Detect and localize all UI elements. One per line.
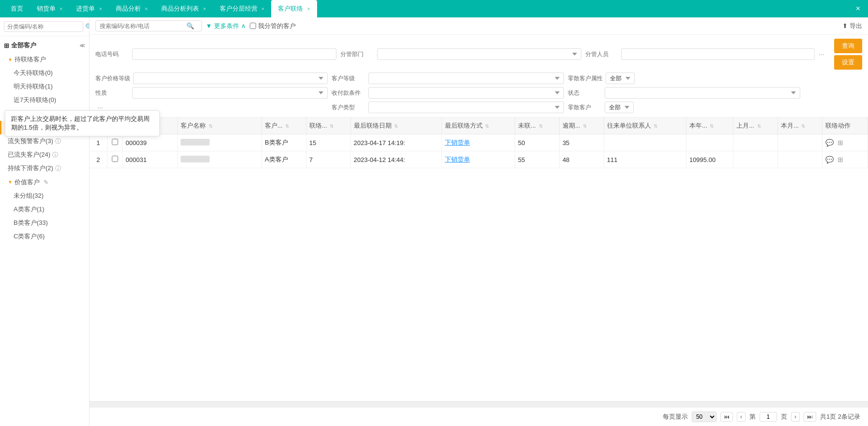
- sidebar-item-declining[interactable]: 持续下滑客户(2) ⓘ: [0, 162, 89, 175]
- sidebar-item-churned[interactable]: 已流失客户(24) ⓘ: [0, 148, 89, 162]
- filter-person-input[interactable]: [621, 48, 815, 60]
- th-level[interactable]: 客户... ⇅: [261, 118, 306, 134]
- window-close-button[interactable]: ×: [852, 4, 864, 13]
- th-contact-count[interactable]: 联络... ⇅: [306, 118, 350, 134]
- search-icon[interactable]: 🔍: [186, 22, 194, 29]
- table-body: 1 000039 B类客户 15 2023-04-17 14:19: 下销货单 …: [90, 134, 868, 168]
- horizontal-scrollbar[interactable]: [90, 401, 868, 407]
- query-button[interactable]: 查询: [834, 39, 862, 53]
- filter-cell-cust-level: 客户等级: [332, 73, 564, 84]
- sidebar-value-a-label: A类客户(1): [14, 206, 45, 213]
- sidebar-value-a[interactable]: A类客户(1): [0, 203, 89, 216]
- tab-purchase-close[interactable]: ×: [99, 6, 102, 12]
- filter-payment-select[interactable]: [368, 87, 564, 99]
- export-button[interactable]: ⬆ 导出: [842, 22, 862, 30]
- more-conditions-label: 更多条件: [214, 22, 239, 30]
- table-scroll[interactable]: ⚙ 客户编码 ⇅ 客户名称 ⇅: [90, 118, 868, 401]
- tab-analysis-list-label: 商品分析列表: [161, 4, 199, 13]
- th-this-month-sort: ⇅: [801, 123, 805, 129]
- filter-cust-type-select[interactable]: [368, 102, 564, 113]
- th-this-year[interactable]: 本年... ⇅: [686, 118, 733, 134]
- last-contact-link[interactable]: 下销货单: [445, 156, 470, 163]
- sidebar-tree: ⊞ 全部客户 ≪ ▼ 待联络客户 今天待联络(0) 明天待联络(1) 近7天待联…: [0, 36, 89, 426]
- tab-purchase[interactable]: 进货单 ×: [69, 0, 108, 17]
- search-input[interactable]: [100, 23, 184, 29]
- advanced-filter: 电话号码 分管部门 分管人员 ··· 查询 设置: [90, 35, 868, 118]
- filter-status-select[interactable]: [605, 87, 800, 99]
- my-customers-label: 我分管的客户: [258, 22, 296, 30]
- tab-customer-contact[interactable]: 客户联络 ×: [271, 0, 317, 17]
- sidebar-item-today[interactable]: 今天待联络(0): [0, 66, 89, 80]
- th-last-type[interactable]: 最后联络方式 ⇅: [442, 118, 515, 134]
- row-last-type[interactable]: 下销货单: [442, 151, 515, 168]
- row-checkbox[interactable]: [112, 156, 118, 162]
- action-grid-icon[interactable]: ⊞: [838, 139, 843, 147]
- page-number-input[interactable]: [760, 412, 777, 422]
- tab-analysis-list[interactable]: 商品分析列表 ×: [154, 0, 213, 17]
- th-uncontacted-sort: ⇅: [539, 123, 543, 129]
- th-last-month[interactable]: 上月... ⇅: [733, 118, 778, 134]
- row-last-type[interactable]: 下销货单: [442, 134, 515, 151]
- action-grid-icon[interactable]: ⊞: [838, 156, 843, 163]
- row-checkbox[interactable]: [112, 139, 118, 145]
- sidebar-group-waiting[interactable]: ▼ 待联络客户: [0, 53, 89, 66]
- sidebar-value-c[interactable]: C类客户(6): [0, 230, 89, 243]
- tab-customer-segment[interactable]: 客户分层经营 ×: [213, 0, 271, 17]
- tab-analysis[interactable]: 商品分析 ×: [109, 0, 154, 17]
- row-contact-count: 7: [306, 151, 350, 168]
- th-uncontacted[interactable]: 未联... ⇅: [515, 118, 560, 134]
- action-chat-icon[interactable]: 💬: [825, 156, 834, 163]
- tab-sales-close[interactable]: ×: [60, 6, 62, 12]
- sidebar-value-b[interactable]: B类客户(33): [0, 216, 89, 230]
- sidebar-value-ungroup[interactable]: 未分组(32): [0, 189, 89, 203]
- filter-price-level-label: 客户价格等级: [95, 74, 130, 83]
- th-this-month[interactable]: 本月... ⇅: [778, 118, 822, 134]
- edit-icon-value-group[interactable]: ✎: [44, 179, 48, 186]
- first-page-button[interactable]: ⏮: [720, 412, 733, 422]
- sidebar-search-input[interactable]: [4, 21, 83, 32]
- prev-page-button[interactable]: ‹: [737, 412, 746, 422]
- filter-retail-attr-select[interactable]: 全部: [606, 73, 635, 84]
- tab-analysis-close[interactable]: ×: [145, 6, 148, 12]
- action-chat-icon[interactable]: 💬: [825, 139, 834, 147]
- row-last-date: 2023-04-12 14:44:: [350, 151, 442, 168]
- th-name[interactable]: 客户名称 ⇅: [178, 118, 262, 134]
- sidebar-value-group[interactable]: ▼ 价值客户 ✎: [0, 176, 89, 189]
- th-this-month-label: 本月...: [781, 122, 799, 129]
- my-customers-checkbox[interactable]: [250, 23, 256, 29]
- tab-home[interactable]: 首页: [4, 0, 30, 17]
- filter-cust-level-select[interactable]: [368, 73, 564, 84]
- per-page-select[interactable]: 50 20 100 200: [692, 411, 716, 422]
- last-page-button[interactable]: ⏭: [804, 412, 816, 422]
- tab-sales[interactable]: 销货单 ×: [30, 0, 69, 17]
- person-dots-btn[interactable]: ···: [817, 50, 826, 58]
- tab-customer-contact-close[interactable]: ×: [307, 6, 310, 12]
- sidebar-item-tomorrow[interactable]: 明天待联络(1): [0, 80, 89, 93]
- th-name-sort: ⇅: [209, 123, 213, 129]
- more-conditions-btn[interactable]: ▼ 更多条件 ∧: [206, 22, 246, 30]
- th-contacts-person[interactable]: 往来单位联系人 ⇅: [604, 118, 686, 134]
- th-last-date[interactable]: 最后联络日期 ⇅: [350, 118, 442, 134]
- row-name: [178, 151, 262, 168]
- tab-analysis-list-close[interactable]: ×: [203, 6, 206, 12]
- last-contact-link[interactable]: 下销货单: [445, 139, 470, 146]
- filter-retail-select[interactable]: 全部: [605, 102, 634, 113]
- tab-customer-segment-close[interactable]: ×: [261, 6, 264, 12]
- sidebar-search-icon[interactable]: 🔍: [85, 23, 90, 30]
- sidebar-item-churn-warning[interactable]: 流失预警客户(3) ⓘ: [0, 134, 89, 148]
- settings-button[interactable]: 设置: [834, 55, 862, 70]
- info-icon-declining: ⓘ: [55, 164, 61, 173]
- filter-nature-select[interactable]: [132, 87, 328, 99]
- sidebar-item-7days[interactable]: 近7天待联络(0): [0, 93, 89, 107]
- filter-dept-select[interactable]: [377, 48, 581, 60]
- sidebar-tree-header: ⊞ 全部客户 ≪: [0, 38, 89, 53]
- filter-price-level-select[interactable]: [133, 73, 328, 84]
- table-row: 2 000031 A类客户 7 2023-04-12 14:44: 下销货单 5…: [90, 151, 868, 168]
- sidebar-collapse-btn[interactable]: ≪: [79, 43, 85, 49]
- next-page-button[interactable]: ›: [791, 412, 800, 422]
- info-icon-churn-warning: ⓘ: [55, 137, 61, 146]
- tab-analysis-label: 商品分析: [116, 4, 141, 13]
- filter-phone-input[interactable]: [132, 48, 336, 60]
- th-contacts-person-sort: ⇅: [654, 123, 657, 129]
- th-overdue[interactable]: 逾期... ⇅: [559, 118, 604, 134]
